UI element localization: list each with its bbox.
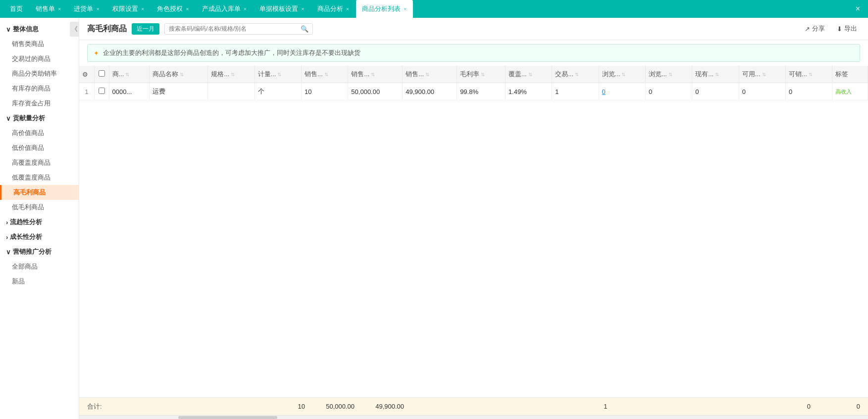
close-sales-tab[interactable]: ×: [58, 6, 61, 12]
nav-label-role: 角色授权: [157, 4, 183, 13]
row-name: 运费: [150, 83, 208, 100]
sort-icon-saleable-stock: ⇅: [809, 72, 813, 77]
th-current-stock[interactable]: 现有... ⇅: [692, 66, 739, 83]
row-view1[interactable]: 0: [599, 83, 645, 100]
main-layout: 《 ∨ 整体信息 销售类商品 交易过的商品 商品分类助销率 有库存的商品 库存资…: [0, 18, 868, 419]
sidebar-item-label: 库存资金占用: [12, 99, 51, 107]
nav-item-sales[interactable]: 销售单 ×: [30, 0, 67, 18]
sidebar-item-all-goods[interactable]: 全部商品: [0, 259, 79, 274]
footer-sale-count: 10: [265, 403, 305, 410]
nav-item-template[interactable]: 单据模板设置 ×: [254, 0, 310, 18]
row-sale-count: 10: [301, 83, 348, 100]
close-permission-tab[interactable]: ×: [141, 6, 144, 12]
row-view1-link[interactable]: 0: [602, 88, 606, 95]
th-spec[interactable]: 规格... ⇅: [208, 66, 255, 83]
nav-item-inventory[interactable]: 产成品入库单 ×: [196, 0, 253, 18]
sidebar-item-low-margin[interactable]: 低毛利商品: [0, 200, 79, 215]
sidebar-group-trend-label: 流趋性分析: [10, 218, 42, 227]
close-role-tab[interactable]: ×: [186, 6, 189, 12]
sidebar-item-traded-goods[interactable]: 交易过的商品: [0, 51, 79, 66]
close-template-tab[interactable]: ×: [301, 6, 304, 12]
nav-item-permission[interactable]: 权限设置 ×: [106, 0, 150, 18]
close-all-tabs[interactable]: ×: [852, 4, 864, 13]
select-all-checkbox[interactable]: [99, 70, 105, 77]
footer-available-stock: 0: [820, 403, 860, 410]
sidebar-item-stock-capital[interactable]: 库存资金占用: [0, 96, 79, 111]
sidebar-group-growth[interactable]: › 成长性分析: [0, 230, 79, 244]
nav-item-role[interactable]: 角色授权 ×: [151, 0, 195, 18]
sidebar-item-label: 交易过的商品: [12, 55, 51, 62]
sidebar-group-contribution[interactable]: ∨ 贡献量分析: [0, 111, 79, 126]
footer-transaction: 1: [568, 403, 608, 410]
sidebar-group-marketing[interactable]: ∨ 营销推广分析: [0, 244, 79, 259]
th-transaction[interactable]: 交易... ⇅: [552, 66, 599, 83]
th-code-label: 商...: [112, 70, 124, 79]
nav-label-purchase: 进货单: [74, 4, 93, 13]
row-coverage-value: 1.49%: [509, 88, 527, 95]
th-sale-count[interactable]: 销售... ⇅: [301, 66, 348, 83]
close-analysis-list-tab[interactable]: ×: [404, 6, 407, 12]
nav-item-purchase[interactable]: 进货单 ×: [68, 0, 105, 18]
sidebar-item-sales-goods[interactable]: 销售类商品: [0, 37, 79, 51]
th-sale-amount[interactable]: 销售... ⇅: [348, 66, 403, 83]
row-transaction-value: 1: [555, 88, 559, 95]
th-view1[interactable]: 浏览... ⇅: [599, 66, 645, 83]
th-code[interactable]: 商... ⇅: [109, 66, 150, 83]
row-transaction: 1: [552, 83, 599, 100]
th-gross-margin[interactable]: 毛利率 ⇅: [457, 66, 506, 83]
data-table: ⚙ 商... ⇅ 商品名称: [79, 66, 868, 100]
sidebar-item-label: 低毛利商品: [12, 203, 44, 211]
sidebar-item-low-value[interactable]: 低价值商品: [0, 140, 79, 155]
sort-icon-spec: ⇅: [231, 72, 235, 77]
sidebar-item-in-stock[interactable]: 有库存的商品: [0, 81, 79, 96]
sidebar-item-label: 全部商品: [12, 263, 38, 270]
th-unit[interactable]: 计量... ⇅: [255, 66, 301, 83]
sidebar-group-overall[interactable]: ∨ 整体信息: [0, 22, 79, 37]
row-checkbox[interactable]: [99, 88, 105, 94]
sidebar-item-label: 新品: [12, 278, 25, 285]
nav-item-home[interactable]: 首页: [4, 0, 29, 18]
th-name[interactable]: 商品名称 ⇅: [150, 66, 208, 83]
row-sale-amount: 50,000.00: [348, 83, 403, 100]
row-code: 0000...: [109, 83, 150, 100]
th-current-stock-label: 现有...: [695, 70, 714, 79]
row-name-value: 运费: [153, 88, 165, 95]
close-inventory-tab[interactable]: ×: [244, 6, 247, 12]
sidebar-item-high-value[interactable]: 高价值商品: [0, 126, 79, 140]
row-tag-value: 高收入: [835, 89, 852, 94]
export-button[interactable]: ⬇ 导出: [834, 23, 860, 35]
row-code-value: 0000...: [112, 88, 132, 95]
sidebar-item-label: 商品分类助销率: [12, 70, 57, 77]
sidebar-item-low-coverage[interactable]: 低覆盖度商品: [0, 170, 79, 185]
row-gross-margin-value: 99.8%: [460, 88, 478, 95]
close-purchase-tab[interactable]: ×: [96, 6, 99, 12]
sort-icon-gross-margin: ⇅: [481, 72, 485, 77]
th-available-stock[interactable]: 可用... ⇅: [739, 66, 785, 83]
footer-sale-cost: 49,900.00: [364, 403, 404, 410]
share-button[interactable]: ↗ 分享: [802, 23, 828, 35]
th-tag-label: 标签: [835, 70, 848, 79]
th-transaction-label: 交易...: [555, 70, 573, 79]
search-icon[interactable]: 🔍: [301, 25, 308, 33]
row-checkbox-cell: [94, 83, 109, 100]
nav-item-analysis-list[interactable]: 商品分析列表 ×: [356, 0, 412, 18]
th-saleable-stock[interactable]: 可销... ⇅: [786, 66, 832, 83]
bottom-scrollbar[interactable]: [79, 415, 868, 419]
search-input[interactable]: [169, 25, 298, 32]
scrollbar-thumb[interactable]: [178, 416, 277, 419]
sidebar-item-new-goods[interactable]: 新品: [0, 274, 79, 289]
sidebar-collapse-btn[interactable]: 《: [70, 22, 79, 37]
sidebar-item-high-margin[interactable]: 高毛利商品: [0, 185, 79, 200]
th-settings[interactable]: ⚙: [79, 66, 94, 83]
sidebar-group-trend[interactable]: › 流趋性分析: [0, 215, 79, 230]
th-coverage[interactable]: 覆盖... ⇅: [505, 66, 552, 83]
nav-item-analysis[interactable]: 商品分析 ×: [311, 0, 355, 18]
sidebar-item-high-coverage[interactable]: 高覆盖度商品: [0, 155, 79, 170]
time-filter-button[interactable]: 近一月: [132, 23, 159, 35]
th-sale-cost[interactable]: 销售... ⇅: [403, 66, 457, 83]
nav-label-home: 首页: [10, 4, 23, 13]
th-view2[interactable]: 浏览... ⇅: [645, 66, 692, 83]
share-icon: ↗: [805, 25, 810, 33]
close-analysis-tab[interactable]: ×: [346, 6, 349, 12]
sidebar-item-category-rate[interactable]: 商品分类助销率: [0, 66, 79, 81]
